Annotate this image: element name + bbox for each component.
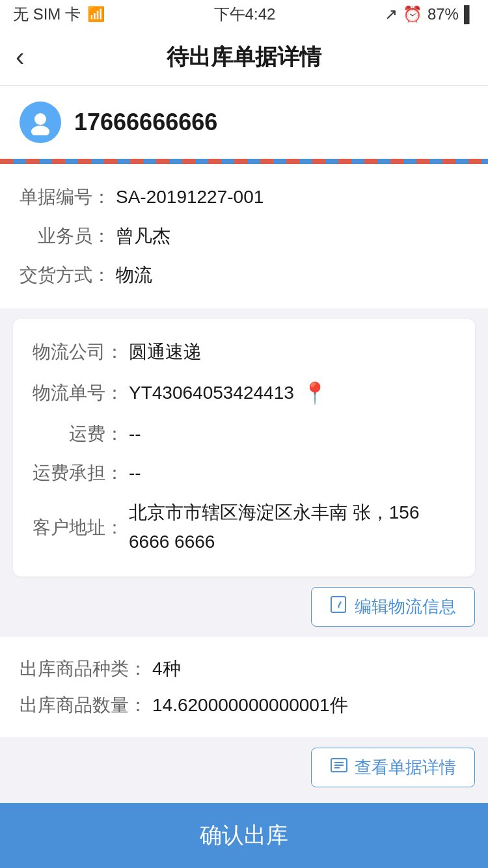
goods-quantity-label: 出库商品数量： (20, 693, 147, 718)
freight-value: -- (129, 420, 455, 448)
user-phone: 17666666666 (74, 109, 217, 136)
document-no-label: 单据编号： (20, 183, 111, 211)
time-text: 下午4:42 (214, 4, 276, 25)
nav-bar: ‹ 待出库单据详情 (0, 29, 488, 86)
goods-quantity-row: 出库商品数量： 14.620000000000001件 (20, 693, 468, 718)
salesman-label: 业务员： (20, 223, 111, 250)
goods-types-value: 4种 (152, 657, 181, 681)
salesman-row: 业务员： 曾凡杰 (20, 223, 468, 250)
address-value: 北京市市辖区海淀区永丰南 张，156 6666 6666 (129, 498, 455, 557)
document-no-value: SA-20191227-001 (116, 183, 468, 211)
location-icon[interactable]: 📍 (302, 377, 328, 409)
wifi-icon: 📶 (87, 6, 105, 23)
section-separator (0, 627, 488, 637)
alarm-icon: ⏰ (403, 5, 422, 23)
user-header: 17666666666 (0, 86, 488, 159)
confirm-bar[interactable]: 确认出库 (0, 803, 488, 868)
edit-logistics-label: 编辑物流信息 (355, 595, 456, 618)
back-icon: ‹ (16, 42, 24, 72)
salesman-value: 曾凡杰 (116, 223, 468, 250)
document-no-row: 单据编号： SA-20191227-001 (20, 183, 468, 211)
freight-bearer-label: 运费承担： (33, 459, 124, 487)
goods-types-row: 出库商品种类： 4种 (20, 657, 468, 681)
freight-row: 运费： -- (33, 420, 455, 448)
edit-btn-row: 编辑物流信息 (13, 587, 475, 627)
battery-text: 87% (427, 5, 459, 23)
freight-bearer-row: 运费承担： -- (33, 459, 455, 487)
logistics-company-row: 物流公司： 圆通速递 (33, 338, 455, 366)
tracking-no-row: 物流单号： YT43064053424413 📍 (33, 377, 455, 409)
svg-point-1 (31, 126, 49, 135)
basic-info-section: 单据编号： SA-20191227-001 业务员： 曾凡杰 交货方式： 物流 (0, 164, 488, 308)
svg-point-0 (34, 113, 46, 125)
view-detail-label: 查看单据详情 (355, 756, 456, 779)
tracking-no-value: YT43064053424413 📍 (129, 377, 455, 409)
delivery-method-label: 交货方式： (20, 262, 111, 289)
logistics-card: 物流公司： 圆通速递 物流单号： YT43064053424413 📍 运费： … (13, 319, 475, 576)
goods-quantity-value: 14.620000000000001件 (152, 693, 348, 718)
tracking-no-label: 物流单号： (33, 379, 124, 407)
carrier-text: 无 SIM 卡 (13, 4, 81, 25)
freight-bearer-value: -- (129, 459, 455, 487)
avatar (20, 102, 61, 143)
status-bar: 无 SIM 卡 📶 下午4:42 ↗ ⏰ 87% ▌ (0, 0, 488, 29)
location-icon: ↗ (385, 5, 398, 23)
freight-label: 运费： (33, 420, 124, 448)
logistics-company-value: 圆通速递 (129, 338, 455, 366)
view-btn-row: 查看单据详情 (13, 748, 475, 787)
svg-rect-2 (331, 597, 346, 612)
address-row: 客户地址： 北京市市辖区海淀区永丰南 张，156 6666 6666 (33, 498, 455, 557)
back-button[interactable]: ‹ (16, 42, 24, 72)
decorative-divider (0, 159, 488, 164)
goods-types-label: 出库商品种类： (20, 657, 147, 681)
battery-icon: ▌ (464, 5, 475, 23)
edit-icon (330, 595, 348, 618)
confirm-button-label: 确认出库 (200, 821, 288, 850)
goods-section: 出库商品种类： 4种 出库商品数量： 14.620000000000001件 (0, 637, 488, 737)
delivery-method-row: 交货方式： 物流 (20, 262, 468, 289)
address-label: 客户地址： (33, 514, 124, 541)
delivery-method-value: 物流 (116, 262, 468, 289)
list-icon (330, 756, 348, 779)
view-detail-button[interactable]: 查看单据详情 (311, 748, 475, 787)
logistics-company-label: 物流公司： (33, 338, 124, 366)
edit-logistics-button[interactable]: 编辑物流信息 (311, 587, 475, 627)
page-title: 待出库单据详情 (167, 42, 321, 72)
